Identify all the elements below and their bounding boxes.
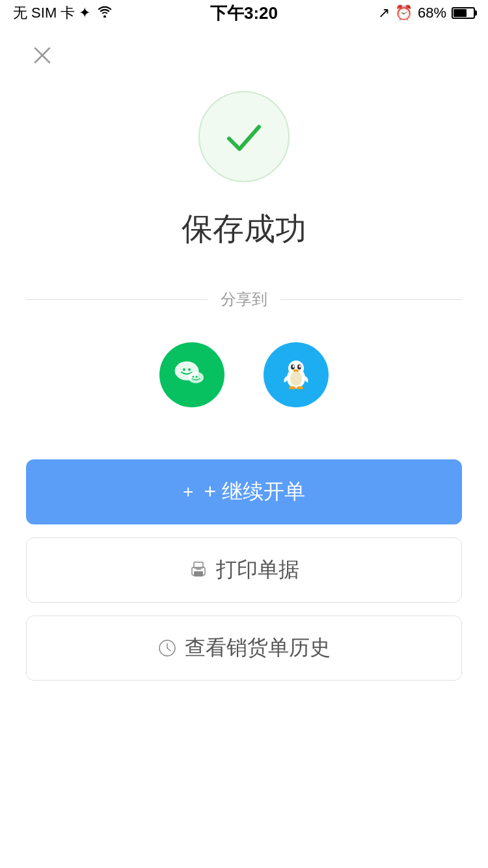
share-icons-row: [159, 342, 329, 407]
wechat-share-button[interactable]: [159, 342, 224, 407]
close-button[interactable]: [26, 39, 59, 72]
continue-label: + 继续开单: [204, 478, 305, 506]
battery-fill: [454, 9, 467, 17]
status-time: 下午3:20: [210, 2, 278, 25]
qq-share-button[interactable]: [264, 342, 329, 407]
wechat-icon: [172, 355, 211, 394]
svg-point-13: [293, 365, 295, 368]
history-label: 查看销货单历史: [185, 634, 331, 662]
svg-rect-22: [196, 569, 201, 570]
share-line-left: [26, 299, 208, 300]
checkmark-icon: [221, 114, 267, 159]
status-bar: 无 SIM 卡 ✦ 下午3:20 ↗ ⏰ 68%: [0, 0, 488, 26]
share-label: 分享到: [208, 289, 280, 310]
svg-point-14: [299, 365, 301, 368]
battery-percent: 68%: [418, 5, 446, 21]
svg-point-18: [297, 387, 303, 390]
status-right: ↗ ⏰ 68%: [378, 5, 475, 21]
svg-point-7: [193, 376, 195, 378]
main-content: 保存成功 分享到: [0, 26, 488, 868]
clock-icon: [157, 638, 177, 658]
status-left: 无 SIM 卡 ✦: [13, 3, 113, 23]
svg-point-4: [183, 368, 185, 371]
qq-icon: [277, 355, 316, 394]
print-button[interactable]: 打印单据: [26, 537, 462, 603]
share-line-right: [280, 299, 462, 300]
printer-icon: [189, 561, 208, 579]
svg-line-25: [167, 648, 170, 651]
alarm-icon: ⏰: [395, 5, 413, 21]
svg-point-17: [289, 387, 295, 390]
svg-point-16: [290, 372, 302, 386]
print-label: 打印单据: [216, 556, 299, 584]
success-title: 保存成功: [182, 208, 306, 250]
success-icon-circle: [198, 91, 290, 182]
no-sim-label: 无 SIM 卡 ✦: [13, 3, 90, 23]
wifi-icon: [97, 5, 113, 21]
continue-button[interactable]: + + 继续开单: [26, 459, 462, 524]
svg-point-5: [188, 368, 191, 371]
location-icon: ↗: [378, 5, 390, 21]
svg-point-8: [196, 376, 198, 378]
action-buttons: + + 继续开单 打印单据: [26, 459, 462, 681]
history-button[interactable]: 查看销货单历史: [26, 616, 462, 681]
svg-rect-20: [194, 571, 203, 576]
share-divider: 分享到: [26, 289, 462, 310]
battery-icon: [452, 7, 475, 19]
plus-icon: +: [183, 481, 193, 502]
